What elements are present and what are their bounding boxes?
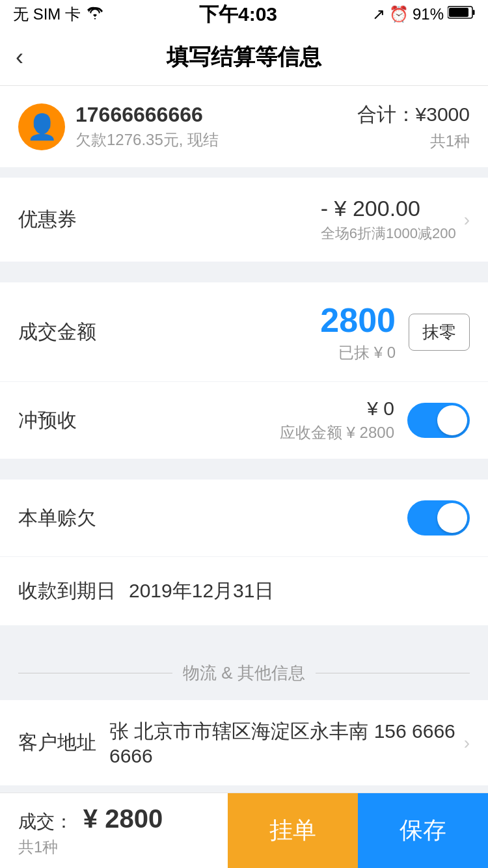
address-label: 客户地址 <box>18 729 96 756</box>
bottom-count: 共1种 <box>18 837 210 858</box>
coupon-info: - ¥ 200.00 全场6折满1000减200 <box>321 196 456 243</box>
round-button[interactable]: 抹零 <box>409 314 470 351</box>
prepayment-sub: 应收金额 ¥ 2800 <box>280 422 394 443</box>
address-row[interactable]: 客户地址 张 北京市市辖区海淀区永丰南 156 6666 6666 › <box>0 700 488 785</box>
amount-value-group: 2800 已抹 ¥ 0 <box>320 301 396 363</box>
logistics-section-divider: 物流 & 其他信息 <box>0 646 488 700</box>
battery-icon <box>448 5 475 23</box>
bottom-trans-label: 成交： <box>18 811 73 832</box>
total-amount: 合计：¥3000 <box>357 102 470 128</box>
coupon-card: 优惠券 - ¥ 200.00 全场6折满1000减200 › <box>0 178 488 262</box>
amount-label: 成交金额 <box>18 319 96 346</box>
status-bar: 无 SIM 卡 下午4:03 ↗ ⏰ 91% <box>0 0 488 29</box>
status-right: ↗ ⏰ 91% <box>372 5 475 23</box>
prepayment-toggle[interactable] <box>407 403 470 438</box>
chevron-right-icon: › <box>464 210 470 230</box>
status-time: 下午4:03 <box>199 1 277 28</box>
prepayment-amount: ¥ 0 <box>280 398 394 420</box>
svg-rect-2 <box>449 8 468 17</box>
nav-bar: ‹ 填写结算等信息 <box>0 29 488 86</box>
customer-phone: 17666666666 <box>75 103 219 127</box>
customer-debt: 欠款1276.35元, 现结 <box>75 129 219 150</box>
due-label: 收款到期日 <box>18 578 116 604</box>
back-button[interactable]: ‹ <box>16 44 23 71</box>
due-date-row: 收款到期日 2019年12月31日 <box>0 556 488 625</box>
divider-line-right <box>316 673 470 673</box>
hold-button[interactable]: 挂单 <box>228 793 358 869</box>
wifi-icon <box>86 5 104 23</box>
status-left: 无 SIM 卡 <box>13 4 104 25</box>
divider-3 <box>0 636 488 646</box>
address-content: 张 北京市市辖区海淀区永丰南 156 6666 6666 <box>109 718 464 767</box>
coupon-label: 优惠券 <box>18 206 77 233</box>
bottom-bar: 成交： ¥ 2800 共1种 挂单 保存 <box>0 793 488 868</box>
prepayment-row: 冲预收 ¥ 0 应收金额 ¥ 2800 <box>0 381 488 459</box>
total-count: 共1种 <box>357 131 470 152</box>
page-title: 填写结算等信息 <box>167 42 321 72</box>
coupon-row[interactable]: 优惠券 - ¥ 200.00 全场6折满1000减200 › <box>0 178 488 262</box>
amount-row: 成交金额 2800 已抹 ¥ 0 抹零 <box>0 282 488 381</box>
content-area: 👤 17666666666 欠款1276.35元, 现结 合计：¥3000 共1… <box>0 86 488 868</box>
prepayment-right: ¥ 0 应收金额 ¥ 2800 <box>280 398 470 443</box>
debt-card: 本单赊欠 收款到期日 2019年12月31日 <box>0 480 488 625</box>
due-date-value: 2019年12月31日 <box>129 578 274 604</box>
amount-right: 2800 已抹 ¥ 0 抹零 <box>320 301 470 363</box>
amount-value: 2800 <box>320 301 396 340</box>
address-chevron-icon: › <box>464 733 470 753</box>
location-icon: ↗ <box>372 5 385 23</box>
customer-left: 👤 17666666666 欠款1276.35元, 现结 <box>18 103 219 150</box>
debt-row: 本单赊欠 <box>0 480 488 556</box>
transaction-card: 成交金额 2800 已抹 ¥ 0 抹零 冲预收 ¥ 0 应收金额 ¥ 2800 <box>0 282 488 459</box>
avatar-icon: 👤 <box>27 113 57 141</box>
divider-line-left <box>18 673 172 673</box>
address-card: 客户地址 张 北京市市辖区海淀区永丰南 156 6666 6666 › <box>0 700 488 785</box>
bottom-trans-value: ¥ 2800 <box>83 804 163 833</box>
svg-rect-1 <box>472 10 474 15</box>
sim-status: 无 SIM 卡 <box>13 4 81 25</box>
prepayment-label: 冲预收 <box>18 407 77 434</box>
divider-1 <box>0 272 488 282</box>
alarm-icon: ⏰ <box>389 5 409 23</box>
save-button[interactable]: 保存 <box>358 793 488 869</box>
customer-row: 👤 17666666666 欠款1276.35元, 现结 合计：¥3000 共1… <box>0 86 488 167</box>
avatar: 👤 <box>18 103 65 150</box>
debt-toggle[interactable] <box>407 500 470 536</box>
prepayment-label-group: 冲预收 <box>18 407 77 434</box>
divider-2 <box>0 469 488 480</box>
customer-info: 17666666666 欠款1276.35元, 现结 <box>75 103 219 150</box>
battery-text: 91% <box>413 5 444 23</box>
customer-card: 👤 17666666666 欠款1276.35元, 现结 合计：¥3000 共1… <box>0 86 488 167</box>
bottom-summary: 成交： ¥ 2800 共1种 <box>0 804 228 858</box>
prepayment-amount-group: ¥ 0 应收金额 ¥ 2800 <box>280 398 394 443</box>
customer-total: 合计：¥3000 共1种 <box>357 102 470 152</box>
coupon-desc: 全场6折满1000减200 <box>321 224 456 243</box>
debt-label: 本单赊欠 <box>18 505 96 532</box>
coupon-right: - ¥ 200.00 全场6折满1000减200 › <box>321 196 470 243</box>
bottom-total-line: 成交： ¥ 2800 <box>18 804 210 834</box>
section-divider-text: 物流 & 其他信息 <box>183 662 305 685</box>
coupon-amount: - ¥ 200.00 <box>321 196 456 221</box>
amount-sub: 已抹 ¥ 0 <box>320 342 396 363</box>
